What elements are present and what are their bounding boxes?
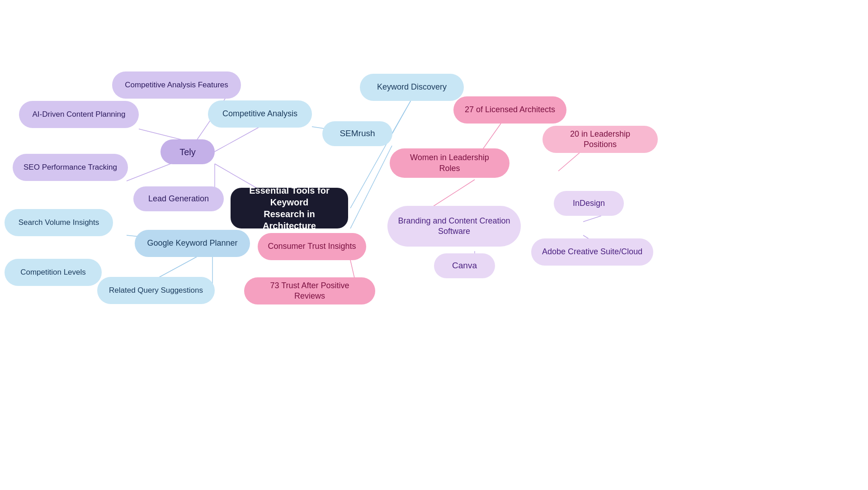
- related-query-node: Related Query Suggestions: [97, 277, 215, 304]
- lead-gen-label: Lead Generation: [148, 194, 209, 204]
- branding-node: Branding and Content Creation Software: [387, 206, 521, 247]
- competition-levels-node: Competition Levels: [5, 259, 102, 286]
- licensed-architects-node: 27 of Licensed Architects: [453, 96, 566, 124]
- consumer-trust-label: Consumer Trust Insights: [268, 241, 356, 252]
- keyword-discovery-node: Keyword Discovery: [360, 74, 464, 101]
- svg-line-10: [215, 127, 260, 152]
- tely-node: Tely: [160, 139, 215, 164]
- ai-content-node: AI-Driven Content Planning: [19, 101, 139, 128]
- keyword-discovery-label: Keyword Discovery: [377, 82, 447, 92]
- licensed-architects-label: 27 of Licensed Architects: [465, 105, 555, 115]
- competitive-analysis-node: Competitive Analysis: [208, 100, 312, 128]
- tely-label: Tely: [179, 146, 196, 158]
- indesign-label: InDesign: [573, 198, 605, 209]
- trust-reviews-label: 73 Trust After Positive Reviews: [254, 281, 365, 302]
- competition-levels-label: Competition Levels: [20, 267, 86, 277]
- semrush-label: SEMrush: [340, 128, 375, 139]
- indesign-node: InDesign: [554, 191, 624, 216]
- svg-line-20: [583, 216, 601, 222]
- canva-label: Canva: [452, 260, 477, 271]
- adobe-label: Adobe Creative Suite/Cloud: [542, 247, 642, 257]
- branding-label: Branding and Content Creation Software: [398, 216, 510, 237]
- ai-content-label: AI-Driven Content Planning: [32, 109, 125, 119]
- trust-reviews-node: 73 Trust After Positive Reviews: [244, 277, 375, 304]
- competitive-analysis-label: Competitive Analysis: [222, 109, 297, 119]
- leadership-positions-node: 20 in Leadership Positions: [542, 126, 658, 153]
- consumer-trust-node: Consumer Trust Insights: [258, 233, 366, 260]
- search-volume-label: Search Volume Insights: [19, 218, 99, 228]
- semrush-node: SEMrush: [322, 121, 392, 146]
- lead-gen-node: Lead Generation: [133, 186, 224, 211]
- seo-tracking-node: SEO Performance Tracking: [13, 154, 128, 181]
- center-label: Essential Tools for Keyword Research in …: [241, 185, 338, 232]
- canva-node: Canva: [434, 253, 495, 278]
- search-volume-node: Search Volume Insights: [5, 209, 113, 236]
- google-kw-node: Google Keyword Planner: [135, 230, 250, 257]
- women-leadership-label: Women in Leadership Roles: [400, 152, 500, 174]
- leadership-positions-label: 20 in Leadership Positions: [552, 129, 648, 150]
- svg-line-8: [392, 100, 411, 133]
- adobe-node: Adobe Creative Suite/Cloud: [531, 238, 653, 266]
- women-leadership-node: Women in Leadership Roles: [390, 148, 509, 178]
- competitive-features-node: Competitive Analysis Features: [112, 71, 241, 99]
- competitive-features-label: Competitive Analysis Features: [125, 80, 228, 90]
- related-query-label: Related Query Suggestions: [109, 285, 203, 295]
- svg-line-19: [558, 152, 581, 171]
- google-kw-label: Google Keyword Planner: [147, 238, 237, 248]
- center-node: Essential Tools for Keyword Research in …: [231, 188, 348, 228]
- seo-tracking-label: SEO Performance Tracking: [24, 162, 117, 172]
- svg-line-0: [350, 146, 392, 228]
